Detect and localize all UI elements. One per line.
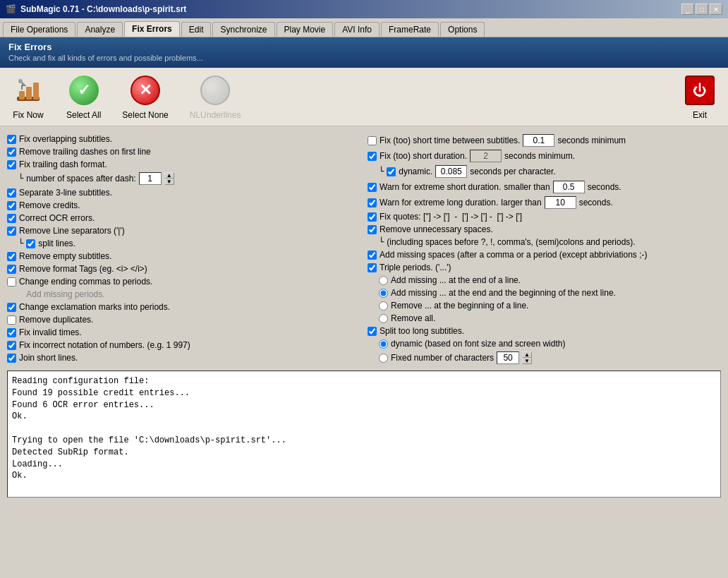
including-spaces-label: (including spaces before ?, !, comma's, …	[387, 237, 635, 247]
split-fixed-label: Fixed number of characters	[391, 353, 494, 363]
change-commas-checkbox[interactable]	[7, 277, 16, 287]
warn-long-duration-checkbox[interactable]	[368, 198, 377, 207]
title-bar-controls[interactable]: _ □ ✕	[681, 4, 722, 15]
triple-periods-row: Triple periods. ('...')	[368, 262, 721, 273]
log-area: Reading configuration file: Found 19 pos…	[7, 371, 721, 498]
remove-format-label: Remove format Tags (eg. <i> </i>)	[19, 264, 147, 274]
warn-short-input[interactable]	[553, 181, 585, 193]
split-fixed-radio[interactable]	[379, 354, 388, 363]
dynamic-input[interactable]	[435, 165, 467, 178]
add-missing-spaces-row: Add missing spaces (after a comma or a p…	[368, 249, 721, 260]
add-missing-periods-label: Add missing periods.	[26, 289, 104, 299]
split-dynamic-radio[interactable]	[379, 339, 388, 349]
select-all-button[interactable]: ✓ Select All	[66, 73, 101, 120]
remove-unnecessary-label: Remove unnecessary spaces.	[380, 224, 493, 234]
fix-incorrect-notation-row: Fix incorrect notation of numbers. (e.g.…	[7, 339, 360, 351]
add-missing-periods-row: └ Add missing periods.	[18, 289, 360, 300]
tab-framerate[interactable]: FrameRate	[381, 22, 439, 37]
spaces-down-button[interactable]: ▼	[164, 179, 174, 185]
remove-all-radio[interactable]	[379, 314, 388, 323]
warn-long-duration-row: Warn for extreme long duration. larger t…	[368, 195, 721, 210]
split-too-long-checkbox[interactable]	[368, 327, 377, 336]
tab-edit[interactable]: Edit	[181, 22, 212, 37]
split-too-long-row: Split too long subtitles.	[368, 325, 721, 337]
fix-incorrect-notation-checkbox[interactable]	[7, 341, 16, 350]
split-fixed-row: Fixed number of characters ▲ ▼	[379, 351, 721, 365]
remove-dash-checkbox[interactable]	[7, 147, 16, 157]
warn-short-duration-checkbox[interactable]	[368, 183, 377, 192]
fix-now-button[interactable]: Fix Now	[11, 73, 45, 120]
fix-short-duration-checkbox[interactable]	[368, 152, 377, 161]
remove-format-row: Remove format Tags (eg. <i> </i>)	[7, 263, 360, 275]
tab-file-operations[interactable]: File Operations	[3, 22, 75, 37]
fix-overlap-checkbox[interactable]	[7, 135, 16, 144]
fix-short-time-row: Fix (too) short time between subtitles. …	[368, 133, 721, 147]
remove-line-sep-checkbox[interactable]	[7, 227, 16, 236]
spaces-input[interactable]	[139, 172, 162, 185]
tab-play-movie[interactable]: Play Movie	[277, 22, 334, 37]
dynamic-checkbox[interactable]	[387, 167, 396, 176]
select-none-label: Select None	[122, 110, 168, 120]
minimize-button[interactable]: _	[681, 4, 694, 15]
select-all-icon: ✓	[67, 73, 101, 107]
remove-duplicates-checkbox[interactable]	[7, 315, 16, 325]
select-none-button[interactable]: ✕ Select None	[122, 73, 168, 120]
maximize-button[interactable]: □	[696, 4, 708, 15]
remove-line-sep-row: Remove Line separators ('|')	[7, 225, 360, 236]
add-missing-end-radio[interactable]	[379, 276, 388, 285]
fix-invalid-times-checkbox[interactable]	[7, 328, 16, 337]
change-commas-label: Change ending commas to periods.	[19, 277, 152, 287]
fix-short-time-checkbox[interactable]	[368, 136, 377, 145]
change-exclamation-checkbox[interactable]	[7, 303, 16, 312]
tab-synchronize[interactable]: Synchronize	[212, 22, 274, 37]
add-missing-spaces-checkbox[interactable]	[368, 251, 377, 260]
triple-periods-checkbox[interactable]	[368, 263, 377, 272]
fix-quotes-checkbox[interactable]	[368, 212, 377, 222]
split-lines-checkbox[interactable]	[26, 239, 35, 248]
remove-format-checkbox[interactable]	[7, 265, 16, 274]
fix-invalid-times-label: Fix invalid times.	[19, 327, 82, 337]
warn-short-duration-row: Warn for extreme short duration. smaller…	[368, 180, 721, 194]
split-fixed-down-button[interactable]: ▼	[522, 358, 532, 364]
corner-icon2: └	[18, 239, 23, 248]
correct-ocr-checkbox[interactable]	[7, 214, 16, 223]
tab-fix-errors[interactable]: Fix Errors	[124, 21, 180, 37]
spaces-up-button[interactable]: ▲	[164, 172, 174, 179]
window-title: SubMagic 0.71 - C:\downloads\p-spirit.sr…	[20, 4, 186, 14]
remove-credits-label: Remove credits.	[19, 200, 80, 210]
add-missing-end-label: Add missing ... at the end of a line.	[391, 275, 521, 285]
remove-empty-row: Remove empty subtitles.	[7, 251, 360, 262]
join-short-checkbox[interactable]	[7, 354, 16, 363]
add-missing-end-begin-label: Add missing ... at the end and the begin…	[391, 288, 616, 298]
remove-beginning-radio[interactable]	[379, 301, 388, 311]
split-fixed-input[interactable]	[497, 351, 519, 364]
tab-analyze[interactable]: Analyze	[77, 22, 123, 37]
dynamic-row: └ dynamic. seconds per character.	[379, 164, 721, 179]
app-icon: 🎬	[6, 4, 16, 14]
fix-trailing-dash-checkbox[interactable]	[7, 160, 16, 169]
exit-button[interactable]: ⏻ Exit	[683, 73, 717, 120]
remove-credits-checkbox[interactable]	[7, 201, 16, 210]
warn-short-unit: seconds.	[588, 182, 621, 192]
fix-incorrect-notation-label: Fix incorrect notation of numbers. (e.g.…	[19, 340, 190, 350]
warn-short-duration-label: Warn for extreme short duration.	[380, 182, 501, 192]
split-lines-label: split lines.	[38, 239, 75, 248]
short-time-input[interactable]	[523, 134, 554, 147]
nl-underlines-button[interactable]: NLUnderlines	[190, 73, 241, 120]
remove-beginning-row: Remove ... at the beginning of a line.	[379, 300, 721, 311]
separate-3line-checkbox[interactable]	[7, 188, 16, 198]
split-fixed-up-button[interactable]: ▲	[522, 351, 532, 358]
add-missing-end-begin-radio[interactable]	[379, 289, 388, 298]
nl-underlines-icon	[198, 73, 232, 107]
nl-underlines-label: NLUnderlines	[190, 110, 241, 120]
tab-avi-info[interactable]: AVI Info	[334, 22, 380, 37]
tab-options[interactable]: Options	[440, 22, 485, 37]
close-button[interactable]: ✕	[710, 4, 722, 15]
corner-icon5: └	[379, 237, 384, 247]
remove-unnecessary-checkbox[interactable]	[368, 225, 377, 234]
short-duration-input[interactable]	[470, 150, 502, 162]
warn-long-input[interactable]	[545, 196, 576, 209]
fix-overlap-row: Fix overlapping subtitles.	[7, 133, 360, 145]
remove-empty-checkbox[interactable]	[7, 252, 16, 261]
remove-credits-row: Remove credits.	[7, 200, 360, 211]
